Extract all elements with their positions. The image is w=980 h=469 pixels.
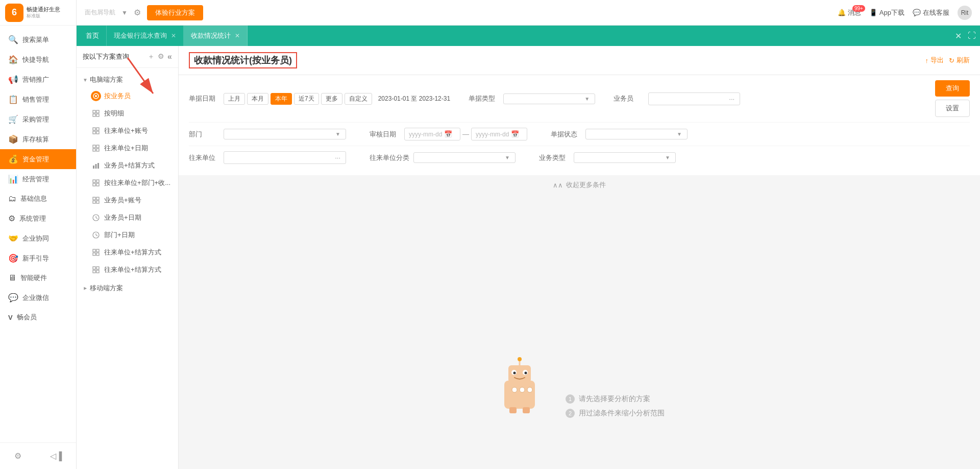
sidebar-item-sales[interactable]: 📋 销售管理 [0,89,76,109]
partner-more-icon[interactable]: ··· [335,154,340,161]
docstatus-select[interactable]: ▼ [585,129,688,139]
right-main: 收款情况统计(按业务员) ↑ 导出 ↻ 刷新 [179,46,980,469]
scheme-item-detail[interactable]: 按明细 [77,105,178,122]
svg-rect-12 [93,145,95,148]
svg-point-51 [527,387,532,392]
app-download-btn[interactable]: 📱 App下载 [869,8,904,17]
sidebar-item-guide[interactable]: 🎯 新手引导 [0,248,76,268]
scheme-item-salesperson-account[interactable]: 业务员+账号 [77,192,178,209]
filter-partner-category-col: 往来单位分类 ▼ [370,152,516,163]
biztype-label: 业务类型 [539,153,570,162]
filter-partner-col: 往来单位 ··· [189,151,346,164]
page-title: 收款情况统计(按业务员) [189,52,297,68]
scheme-group-pc-header[interactable]: ▼ 电脑端方案 [77,72,178,87]
svg-rect-23 [93,197,95,200]
logo: 6 畅捷通好生意 标准版 [0,0,76,26]
tab-bank-flow[interactable]: 现金银行流水查询 ✕ [107,26,184,46]
date-btn-this-month[interactable]: 本月 [247,93,268,105]
scheme-item-partner-dept[interactable]: 按往来单位+部门+收... [77,174,178,192]
refresh-button[interactable]: ↻ 刷新 [949,56,970,65]
scheme-group-mobile-header[interactable]: ▼ 移动端方案 [77,280,178,296]
svg-point-50 [520,387,525,392]
partner-category-label: 往来单位分类 [370,153,409,162]
collapse-more-bar[interactable]: ∧∧ 收起更多条件 [179,175,980,195]
scheme-item-partner-payment-2[interactable]: 往来单位+结算方式 [77,261,178,278]
sidebar-item-system[interactable]: ⚙ 系统管理 [0,208,76,228]
partner-category-select[interactable]: ▼ [413,152,516,163]
sidebar-item-management[interactable]: 📊 经营管理 [0,169,76,189]
scheme-collapse-btn[interactable]: « [167,52,172,61]
calendar-icon-2: 📅 [511,130,519,138]
date-range-display: 2023-01-01 至 2023-12-31 [378,95,450,103]
date-btn-custom[interactable]: 自定义 [345,93,372,105]
sidebar-item-basic[interactable]: 🗂 基础信息 [0,189,76,208]
export-button[interactable]: ↑ 导出 [925,56,944,65]
footer-collapse-btn[interactable]: ◁▐ [47,448,65,464]
svg-rect-14 [93,149,95,151]
date-btn-more[interactable]: 更多 [321,93,342,105]
sidebar-item-inventory[interactable]: 📦 库存核算 [0,129,76,149]
notice-badge: 99+ [852,5,865,12]
footer-settings-btn[interactable]: ⚙ [11,448,24,464]
docstatus-label: 单据状态 [551,130,581,139]
svg-point-48 [525,372,527,374]
partner-select[interactable]: ··· [224,151,346,164]
tab-close-all-btn[interactable]: ✕ [955,31,962,41]
review-date-end[interactable]: yyyy-mm-dd 📅 [471,128,527,140]
salesperson-more-icon[interactable]: ··· [729,95,734,103]
scheme-settings-btn[interactable]: ⚙ [158,52,164,61]
trial-button[interactable]: 体验行业方案 [147,5,203,20]
tab-collection-stat[interactable]: 收款情况统计 ✕ [184,26,248,46]
query-button[interactable]: 查询 [935,80,970,97]
sidebar-item-purchase[interactable]: 🛒 采购管理 [0,109,76,129]
filter-settings-button[interactable]: 设置 [935,100,970,117]
scheme-item-partner-payment-1[interactable]: 往来单位+结算方式 [77,244,178,261]
sidebar-item-member[interactable]: V 畅会员 [0,308,76,327]
svg-rect-33 [93,249,95,252]
scheme-item-salesperson[interactable]: 按业务员 [77,87,178,105]
sidebar-item-marketing[interactable]: 📢 营销推广 [0,69,76,89]
tab-home[interactable]: 首页 [79,26,107,46]
calendar-icon-1: 📅 [444,130,452,138]
date-placeholder-start: yyyy-mm-dd [409,131,442,138]
biztype-select[interactable]: ▼ [574,152,676,163]
sidebar-item-wechat[interactable]: 💬 企业微信 [0,288,76,308]
date-btn-last-month[interactable]: 上月 [224,93,245,105]
doctype-select[interactable]: ▼ [503,93,595,104]
sidebar-item-search[interactable]: 🔍 搜索菜单 [0,30,76,50]
grid-icon-1 [91,108,101,119]
sidebar-item-hardware[interactable]: 🖥 智能硬件 [0,268,76,288]
tab-fullscreen-btn[interactable]: ⛶ [968,31,976,41]
svg-rect-40 [96,270,99,273]
svg-point-3 [95,95,97,97]
settings-icon[interactable]: ⚙ [134,8,141,17]
tab-close-collection[interactable]: ✕ [235,32,240,39]
tab-close-bank[interactable]: ✕ [171,32,176,39]
scheme-item-dept-date[interactable]: 部门+日期 [77,226,178,244]
grid-icon-6 [91,247,101,257]
filter-row-2: 部门 ▼ 审核日期 yyyy-mm-dd 📅 [189,123,970,146]
salesperson-select[interactable]: ··· [648,92,740,105]
online-service-btn[interactable]: 💬 在线客服 [913,8,949,17]
scheme-body: ▼ 电脑端方案 按业务员 [77,68,178,469]
date-btn-this-year[interactable]: 本年 [271,93,292,105]
scheme-item-salesperson-payment[interactable]: 业务员+结算方式 [77,157,178,174]
sidebar-item-finance[interactable]: 💰 资金管理 [0,149,76,169]
sidebar-item-nav[interactable]: 🏠 快捷导航 [0,50,76,69]
collab-icon: 🤝 [8,233,18,243]
scheme-add-btn[interactable]: ＋ [148,52,155,61]
scheme-item-partner-date[interactable]: 往来单位+日期 [77,139,178,157]
dropdown-arrow[interactable]: ▼ [121,9,128,16]
user-avatar[interactable]: Rit [958,6,972,20]
svg-rect-11 [96,131,99,134]
member-icon: V [8,314,13,321]
svg-rect-19 [93,180,95,182]
sidebar-nav: 🔍 搜索菜单 🏠 快捷导航 📢 营销推广 📋 销售管理 🛒 采购管理 📦 库存核… [0,26,76,442]
scheme-item-salesperson-date[interactable]: 业务员+日期 [77,209,178,226]
notice-btn[interactable]: 🔔 消息 99+ [838,8,861,17]
date-btn-7days[interactable]: 近7天 [294,93,319,105]
review-date-start[interactable]: yyyy-mm-dd 📅 [404,128,460,140]
sidebar-item-collab[interactable]: 🤝 企业协同 [0,228,76,248]
dept-select[interactable]: ▼ [224,129,346,139]
scheme-item-partner-account[interactable]: 往来单位+账号 [77,122,178,139]
